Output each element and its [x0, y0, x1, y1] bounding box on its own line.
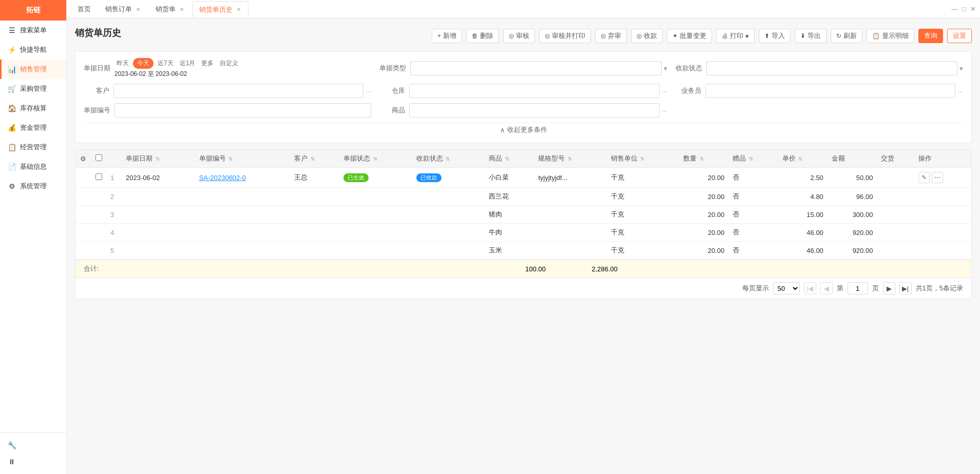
export-button[interactable]: ⬇ 导出	[795, 29, 827, 43]
row-doc-no[interactable]: SA-20230602-0	[195, 168, 290, 188]
search-menu-icon: ☰	[8, 26, 16, 34]
col-doc-no[interactable]: 单据编号 ⇅	[195, 150, 290, 168]
last-page-btn[interactable]: ▶|	[899, 282, 912, 294]
sort-goods-icon: ⇅	[505, 156, 509, 162]
refresh-button[interactable]: ↻ 刷新	[831, 29, 862, 43]
col-unit-price[interactable]: 单价 ⇅	[778, 150, 828, 168]
total-info: 共1页，5条记录	[916, 284, 963, 293]
tab-minimize-icon[interactable]: —	[951, 5, 958, 13]
sidebar-item-label: 库存核算	[20, 104, 47, 113]
col-spec[interactable]: 规格型号 ⇅	[534, 150, 606, 168]
tab-sales-history[interactable]: 销货单历史 ✕	[193, 1, 248, 17]
sidebar-item-label: 采购管理	[20, 84, 47, 93]
tab-sales-order[interactable]: 销售订单 ✕	[99, 1, 148, 17]
col-checkbox[interactable]	[91, 150, 106, 168]
row-qty: 20.00	[679, 168, 728, 188]
sidebar-item-sales-mgmt[interactable]: 📊 销售管理	[0, 60, 66, 79]
sidebar-item-label: 资金管理	[20, 123, 47, 132]
print-button[interactable]: 🖨 打印 ▾	[716, 29, 755, 43]
row-doc-no[interactable]	[195, 242, 290, 260]
sidebar-bottom-settings[interactable]: 🔧	[0, 437, 66, 453]
date-shortcut-yesterday[interactable]: 昨天	[114, 58, 131, 69]
customer-dots[interactable]: ···	[366, 87, 371, 95]
row-doc-no[interactable]	[195, 206, 290, 224]
row-checkbox-col[interactable]	[91, 168, 106, 188]
date-shortcut-7days[interactable]: 近7天	[156, 58, 176, 69]
batch-change-button[interactable]: ✦ 批量变更	[667, 29, 712, 43]
doc-no-link[interactable]: SA-20230602-0	[199, 174, 246, 182]
sidebar-item-sys-mgmt[interactable]: ⚙ 系统管理	[0, 176, 66, 196]
filter-doc-type-input[interactable]	[410, 61, 661, 75]
first-page-btn[interactable]: |◀	[804, 282, 816, 294]
col-gift[interactable]: 赠品 ⇅	[728, 150, 778, 168]
sidebar-item-inventory[interactable]: 🏠 库存核算	[0, 98, 66, 118]
date-shortcut-1month[interactable]: 近1月	[178, 58, 198, 69]
abandon-button[interactable]: ◎ 弃审	[595, 29, 627, 43]
audit-button[interactable]: ◎ 审核	[503, 29, 535, 43]
col-settings[interactable]: ⚙	[75, 150, 91, 168]
col-qty[interactable]: 数量 ⇅	[679, 150, 728, 168]
date-shortcut-today[interactable]: 今天	[133, 58, 153, 69]
delete-button[interactable]: 🗑 删除	[466, 29, 499, 43]
col-goods[interactable]: 商品 ⇅	[485, 150, 534, 168]
warehouse-dots[interactable]: ···	[662, 87, 667, 95]
filter-docno-input[interactable]	[114, 103, 371, 117]
show-detail-button[interactable]: 📋 显示明细	[867, 29, 914, 43]
row-edit-btn[interactable]: ✎	[918, 172, 930, 183]
sidebar-item-purchase-mgmt[interactable]: 🛒 采购管理	[0, 79, 66, 98]
row-checkbox-col[interactable]	[91, 206, 106, 224]
sidebar-item-basic-info[interactable]: 📄 基础信息	[0, 157, 66, 176]
col-doc-date[interactable]: 单据日期 ⇅	[122, 150, 195, 168]
query-button[interactable]: 查询	[918, 29, 943, 43]
settings-button[interactable]: 设置	[947, 29, 972, 43]
prev-page-btn[interactable]: ◀	[820, 282, 833, 294]
row-doc-no[interactable]	[195, 188, 290, 206]
col-payment-status[interactable]: 收款状态 ⇅	[412, 150, 485, 168]
collapse-filter-button[interactable]: ∧ 收起更多条件	[84, 123, 963, 136]
row-checkbox-col[interactable]	[91, 242, 106, 260]
filter-payment-status-input[interactable]	[706, 61, 957, 75]
collect-button[interactable]: ◎ 收款	[631, 29, 663, 43]
salesperson-dots[interactable]: ···	[957, 87, 963, 95]
tab-maximize-icon[interactable]: □	[962, 5, 966, 13]
col-customer[interactable]: 客户 ⇅	[290, 150, 339, 168]
filter-warehouse-input[interactable]	[409, 84, 659, 98]
sidebar-item-quick-nav[interactable]: ⚡ 快捷导航	[0, 40, 66, 60]
date-shortcut-more[interactable]: 更多	[199, 58, 216, 69]
filter-customer-input[interactable]	[113, 84, 363, 98]
row-checkbox-col[interactable]	[91, 188, 106, 206]
row-checkbox-col[interactable]	[91, 224, 106, 242]
filter-goods-input[interactable]	[409, 103, 659, 117]
filter-warehouse-label: 仓库	[379, 86, 405, 95]
import-button[interactable]: ⬆ 导入	[759, 29, 791, 43]
col-sales-unit[interactable]: 销售单位 ⇅	[607, 150, 679, 168]
audit-print-button[interactable]: ◎ 审核并打印	[539, 29, 591, 43]
sidebar-item-ops-mgmt[interactable]: 📋 经营管理	[0, 137, 66, 157]
new-button[interactable]: + 新增	[432, 29, 462, 43]
tab-sales-delivery[interactable]: 销货单 ✕	[149, 1, 191, 17]
row-doc-no[interactable]	[195, 224, 290, 242]
tab-home[interactable]: 首页	[71, 1, 98, 17]
goods-dots[interactable]: ···	[662, 107, 667, 114]
tab-sales-order-close[interactable]: ✕	[135, 7, 141, 12]
next-page-btn[interactable]: ▶	[883, 282, 895, 294]
row-more-btn[interactable]: ⋯	[932, 172, 943, 183]
tab-sales-history-close[interactable]: ✕	[236, 7, 242, 12]
date-shortcut-custom[interactable]: 自定义	[218, 58, 240, 69]
select-all-checkbox[interactable]	[95, 154, 102, 161]
tab-sales-delivery-close[interactable]: ✕	[179, 7, 185, 12]
filter-doc-type-input-wrap: ▾	[410, 61, 667, 75]
row-checkbox[interactable]	[95, 173, 102, 180]
sidebar-bottom-pause[interactable]: ⏸	[0, 453, 66, 470]
tab-close-icon[interactable]: ✕	[970, 5, 976, 13]
sidebar-item-search-menu[interactable]: ☰ 搜索菜单	[0, 21, 66, 40]
page-size-select[interactable]: 50 20 100	[773, 282, 800, 294]
payment-status-dropdown-icon[interactable]: ▾	[959, 65, 963, 72]
filter-salesperson-input[interactable]	[705, 84, 955, 98]
page-number-input[interactable]	[848, 282, 868, 294]
doc-type-dropdown-icon[interactable]: ▾	[664, 65, 667, 72]
collect-icon: ◎	[637, 32, 642, 40]
sidebar-item-capital-mgmt[interactable]: 💰 资金管理	[0, 118, 66, 137]
col-doc-status[interactable]: 单据状态 ⇅	[339, 150, 412, 168]
summary-label: 合计:	[84, 264, 104, 273]
